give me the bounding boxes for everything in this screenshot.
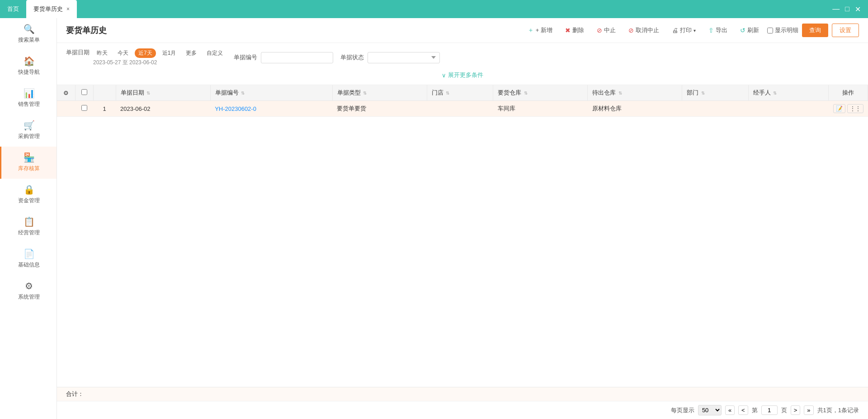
stop-button[interactable]: ⊘ 中止 bbox=[592, 24, 620, 37]
total-info: 共1页，1条记录 bbox=[817, 406, 859, 414]
expand-more-btn[interactable]: ∨ 展开更多条件 bbox=[66, 69, 859, 81]
refresh-label: 刷新 bbox=[747, 26, 759, 34]
next-page-button[interactable]: > bbox=[791, 405, 801, 415]
system-icon: ⚙ bbox=[25, 281, 33, 290]
tab-order-history[interactable]: 要货单历史 × bbox=[26, 0, 77, 18]
sidebar-item-search-menu[interactable]: 🔍 搜索菜单 bbox=[0, 18, 57, 50]
table-row: 1 2023-06-02 YH-20230602-0 要货单要货 bbox=[57, 101, 868, 117]
sidebar-item-system[interactable]: ⚙ 系统管理 bbox=[0, 275, 57, 307]
td-store bbox=[427, 101, 493, 117]
sidebar-label-ops: 经营管理 bbox=[18, 229, 40, 237]
chip-custom[interactable]: 自定义 bbox=[203, 48, 226, 58]
maximize-icon[interactable]: □ bbox=[845, 5, 849, 13]
purchase-icon: 🛒 bbox=[24, 121, 35, 130]
th-handler-label: 经手人 bbox=[753, 89, 771, 96]
per-page-select[interactable]: 10 20 50 100 bbox=[698, 405, 722, 415]
th-dept: 部门 ⇅ bbox=[682, 85, 748, 101]
ops-icon: 📋 bbox=[24, 217, 35, 226]
stop-icon: ⊘ bbox=[597, 27, 602, 34]
row-date: 2023-06-02 bbox=[120, 105, 151, 112]
page-suffix: 页 bbox=[781, 406, 787, 414]
status-select[interactable] bbox=[368, 52, 440, 63]
tab-order-history-label: 要货单历史 bbox=[33, 5, 63, 13]
close-tab-icon[interactable]: × bbox=[66, 6, 70, 12]
sidebar-item-finance[interactable]: 🔒 资金管理 bbox=[0, 179, 57, 211]
setting-button[interactable]: 设置 bbox=[832, 24, 859, 37]
expand-chevron-icon: ∨ bbox=[442, 72, 446, 79]
sidebar-item-inventory[interactable]: 🏪 库存核算 bbox=[0, 147, 57, 179]
settings-gear-icon[interactable]: ⚙ bbox=[63, 90, 69, 96]
cancel-stop-button[interactable]: ⊘ 取消中止 bbox=[624, 24, 664, 37]
sidebar-item-quick-nav[interactable]: 🏠 快捷导航 bbox=[0, 50, 57, 82]
refresh-button[interactable]: ↺ 刷新 bbox=[736, 24, 764, 37]
row-req-warehouse: 车间库 bbox=[498, 105, 515, 112]
sort-req-warehouse-icon[interactable]: ⇅ bbox=[524, 90, 528, 95]
print-button[interactable]: 🖨 打印 ▾ bbox=[667, 24, 700, 37]
sidebar-item-purchase[interactable]: 🛒 采购管理 bbox=[0, 114, 57, 147]
th-order-no: 单据编号 ⇅ bbox=[210, 85, 332, 101]
finance-icon: 🔒 bbox=[24, 185, 35, 194]
th-order-no-label: 单据编号 bbox=[215, 89, 239, 96]
row-edit-button[interactable]: 📝 bbox=[833, 104, 845, 113]
td-num: 1 bbox=[93, 101, 116, 117]
sidebar-label-base: 基础信息 bbox=[18, 261, 40, 269]
td-type: 要货单要货 bbox=[332, 101, 427, 117]
td-handler bbox=[748, 101, 829, 117]
date-filter-label: 单据日期 bbox=[66, 48, 90, 57]
date-filter-group: 单据日期 昨天 今天 近7天 近1月 更多 自定义 2023-05-27 至 2… bbox=[66, 48, 226, 67]
order-no-input[interactable] bbox=[261, 52, 333, 63]
row-checkbox[interactable] bbox=[81, 105, 87, 111]
date-chips-col: 昨天 今天 近7天 近1月 更多 自定义 2023-05-27 至 2023-0… bbox=[93, 48, 226, 67]
sort-dept-icon[interactable]: ⇅ bbox=[701, 90, 705, 95]
sidebar-item-ops[interactable]: 📋 经营管理 bbox=[0, 211, 57, 243]
select-all-checkbox[interactable] bbox=[81, 89, 87, 95]
row-more-button[interactable]: ⋮⋮ bbox=[847, 104, 863, 113]
chip-today[interactable]: 今天 bbox=[114, 48, 132, 58]
tab-home[interactable]: 首页 bbox=[0, 0, 26, 18]
total-label: 合计： bbox=[66, 390, 84, 397]
sort-order-no-icon[interactable]: ⇅ bbox=[241, 90, 245, 95]
content-area: 要货单历史 ＋ + 新增 ✖ 删除 ⊘ 中止 ⊘ 取消中止 bbox=[57, 18, 868, 419]
minimize-icon[interactable]: — bbox=[832, 5, 840, 13]
sort-pending-warehouse-icon[interactable]: ⇅ bbox=[618, 90, 622, 95]
per-page-label: 每页显示 bbox=[671, 406, 694, 414]
row-order-no-link[interactable]: YH-20230602-0 bbox=[215, 105, 256, 112]
inventory-icon: 🏪 bbox=[24, 153, 35, 162]
page-title: 要货单历史 bbox=[66, 25, 107, 36]
display-cell-checkbox[interactable] bbox=[767, 28, 773, 33]
sidebar-label-inventory: 库存核算 bbox=[18, 165, 40, 172]
sidebar-label-finance: 资金管理 bbox=[18, 197, 40, 205]
chip-more[interactable]: 更多 bbox=[182, 48, 200, 58]
delete-button[interactable]: ✖ 删除 bbox=[561, 24, 589, 37]
export-button[interactable]: ⇧ 导出 bbox=[704, 24, 732, 37]
td-pending-warehouse: 原材料仓库 bbox=[588, 101, 682, 117]
export-icon: ⇧ bbox=[708, 27, 714, 34]
query-button[interactable]: 查询 bbox=[802, 24, 828, 37]
th-handler: 经手人 ⇅ bbox=[748, 85, 829, 101]
sort-store-icon[interactable]: ⇅ bbox=[446, 90, 449, 95]
table-area: ⚙ 单据日期 ⇅ 单据编号 ⇅ bbox=[57, 85, 868, 387]
new-button[interactable]: ＋ + 新增 bbox=[523, 24, 557, 37]
display-cell-label: 显示明细 bbox=[767, 26, 798, 34]
sort-handler-icon[interactable]: ⇅ bbox=[773, 90, 777, 95]
first-page-button[interactable]: « bbox=[725, 405, 735, 415]
table-body: 1 2023-06-02 YH-20230602-0 要货单要货 bbox=[57, 101, 868, 117]
th-type-label: 单据类型 bbox=[337, 89, 361, 96]
sort-date-icon[interactable]: ⇅ bbox=[146, 90, 150, 95]
chip-7days[interactable]: 近7天 bbox=[135, 48, 156, 58]
date-range-display: 2023-05-27 至 2023-06-02 bbox=[93, 59, 226, 67]
chip-yesterday[interactable]: 昨天 bbox=[93, 48, 111, 58]
row-type: 要货单要货 bbox=[337, 105, 366, 112]
chip-1month[interactable]: 近1月 bbox=[159, 48, 180, 58]
close-icon[interactable]: ✕ bbox=[855, 5, 861, 14]
sidebar-item-sales[interactable]: 📊 销售管理 bbox=[0, 82, 57, 114]
sidebar-item-base[interactable]: 📄 基础信息 bbox=[0, 243, 57, 275]
print-icon: 🖨 bbox=[672, 27, 678, 34]
th-req-warehouse-label: 要货仓库 bbox=[498, 89, 521, 96]
prev-page-button[interactable]: < bbox=[738, 405, 748, 415]
td-settings bbox=[57, 101, 75, 117]
page-number-input[interactable] bbox=[761, 405, 778, 415]
last-page-button[interactable]: » bbox=[804, 405, 813, 415]
pagination: 每页显示 10 20 50 100 « < 第 页 > » 共1页，1条记录 bbox=[57, 401, 868, 419]
sort-type-icon[interactable]: ⇅ bbox=[363, 90, 367, 95]
